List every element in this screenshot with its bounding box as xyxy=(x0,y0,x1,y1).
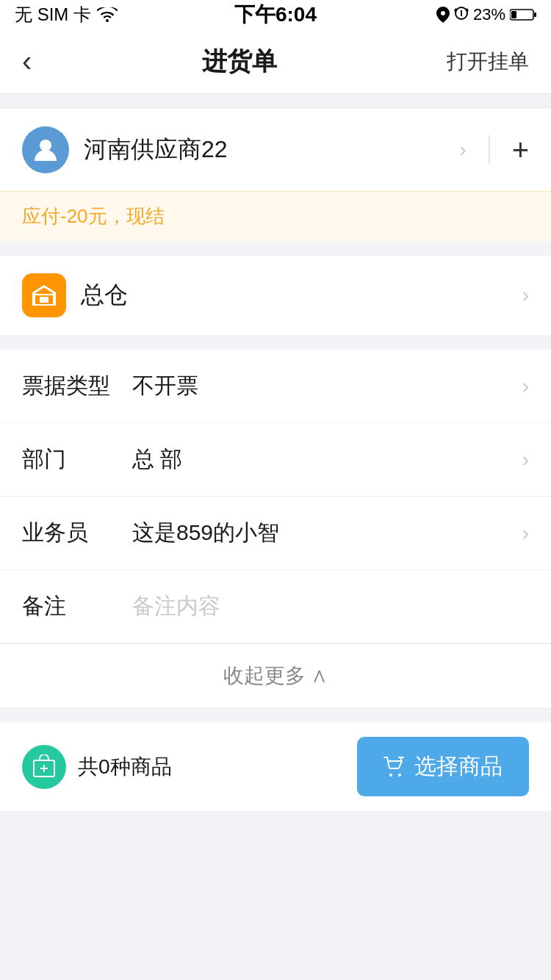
supplier-name: 河南供应商22 xyxy=(84,134,459,166)
supplier-row[interactable]: 河南供应商22 › + xyxy=(0,109,551,191)
cart-icon xyxy=(383,757,407,777)
note-row[interactable]: 备注 备注内容 xyxy=(0,570,551,644)
person-icon xyxy=(32,136,60,164)
salesperson-arrow: › xyxy=(522,522,529,545)
salesperson-value: 这是859的小智 xyxy=(125,518,522,548)
wifi-icon xyxy=(97,7,118,22)
nav-bar: ‹ 进货单 打开挂单 xyxy=(0,29,551,94)
invoice-type-row[interactable]: 票据类型 不开票 › xyxy=(0,350,551,423)
department-value: 总 部 xyxy=(125,444,522,475)
collapse-text: 收起更多 ∧ xyxy=(223,662,328,690)
department-row[interactable]: 部门 总 部 › xyxy=(0,423,551,497)
svg-rect-1 xyxy=(534,12,536,17)
salesperson-label: 业务员 xyxy=(22,518,125,548)
warehouse-icon xyxy=(31,284,57,307)
warehouse-name: 总仓 xyxy=(81,279,522,311)
page-title: 进货单 xyxy=(202,45,277,79)
alarm-icon xyxy=(454,7,469,23)
no-sim-text: 无 SIM 卡 xyxy=(15,3,91,26)
location-icon xyxy=(436,7,450,23)
product-icon xyxy=(32,754,57,779)
svg-point-3 xyxy=(40,140,51,151)
svg-rect-2 xyxy=(511,11,516,18)
warehouse-icon-wrap xyxy=(22,273,66,317)
status-left: 无 SIM 卡 xyxy=(15,3,118,26)
product-icon-wrap xyxy=(22,745,66,789)
salesperson-row[interactable]: 业务员 这是859的小智 › xyxy=(0,497,551,570)
status-time: 下午6:04 xyxy=(234,1,317,29)
battery-icon xyxy=(510,8,536,21)
form-section: 票据类型 不开票 › 部门 总 部 › 业务员 这是859的小智 › 备注 备注… xyxy=(0,350,551,707)
collapse-row[interactable]: 收起更多 ∧ xyxy=(0,644,551,707)
content: 河南供应商22 › + 应付-20元，现结 总仓 › 票据类型 不开票 xyxy=(0,94,551,811)
invoice-type-label: 票据类型 xyxy=(22,371,125,401)
product-count-text: 共0种商品 xyxy=(78,753,357,781)
note-label: 备注 xyxy=(22,591,125,621)
warehouse-section: 总仓 › xyxy=(0,256,551,335)
warehouse-row[interactable]: 总仓 › xyxy=(0,256,551,335)
supplier-arrow-icon: › xyxy=(459,138,466,162)
warehouse-arrow-icon: › xyxy=(522,284,529,307)
svg-point-8 xyxy=(398,774,401,777)
supplier-section: 河南供应商22 › + 应付-20元，现结 xyxy=(0,109,551,241)
note-value: 备注内容 xyxy=(125,591,529,621)
invoice-type-arrow: › xyxy=(522,375,529,398)
notice-bar: 应付-20元，现结 xyxy=(0,191,551,241)
department-arrow: › xyxy=(522,448,529,472)
svg-point-7 xyxy=(389,774,392,777)
select-product-button[interactable]: 选择商品 xyxy=(357,737,529,796)
select-product-label: 选择商品 xyxy=(414,752,503,782)
open-pending-button[interactable]: 打开挂单 xyxy=(447,48,529,76)
supplier-avatar xyxy=(22,126,69,173)
invoice-type-value: 不开票 xyxy=(125,371,522,401)
status-right: 23% xyxy=(436,5,536,24)
status-bar: 无 SIM 卡 下午6:04 23% xyxy=(0,0,551,29)
back-button[interactable]: ‹ xyxy=(22,45,32,78)
bottom-bar: 共0种商品 选择商品 xyxy=(0,722,551,811)
supplier-divider xyxy=(489,135,490,165)
battery-text: 23% xyxy=(473,5,505,24)
notice-text: 应付-20元，现结 xyxy=(22,205,165,227)
department-label: 部门 xyxy=(22,444,125,475)
add-supplier-button[interactable]: + xyxy=(512,134,529,167)
